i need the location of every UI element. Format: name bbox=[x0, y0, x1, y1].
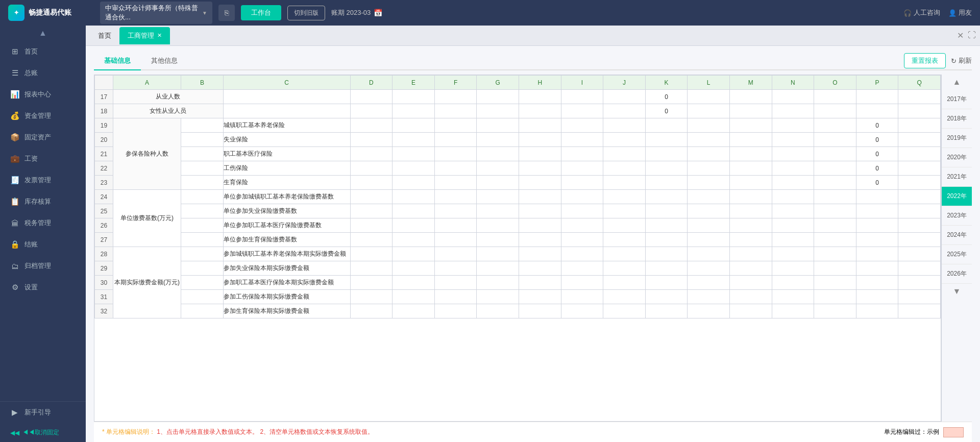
cell-32-j[interactable] bbox=[603, 304, 646, 318]
cell-27-n[interactable] bbox=[772, 233, 814, 247]
cell-27-h[interactable] bbox=[519, 233, 561, 247]
cell-23-m[interactable] bbox=[729, 176, 772, 190]
cell-19-k[interactable] bbox=[645, 118, 688, 133]
sidebar-item-close[interactable]: 🔒 结账 bbox=[0, 234, 86, 255]
cell-32-d[interactable] bbox=[350, 304, 393, 318]
cell-18-l[interactable] bbox=[688, 104, 730, 118]
cell-28-a[interactable]: 本期实际缴费金额(万元) bbox=[113, 247, 181, 318]
cell-26-g[interactable] bbox=[477, 218, 519, 233]
cell-24-a[interactable]: 单位缴费基数(万元) bbox=[113, 190, 181, 247]
cell-31-q[interactable] bbox=[898, 290, 941, 304]
cell-23-j[interactable] bbox=[603, 176, 646, 190]
cell-19-e[interactable] bbox=[393, 118, 435, 133]
cell-25-i[interactable] bbox=[561, 204, 603, 218]
cell-18-j[interactable] bbox=[603, 104, 646, 118]
cell-20-p[interactable]: 0 bbox=[856, 133, 898, 147]
workbench-button[interactable]: 工作台 bbox=[241, 5, 281, 20]
cell-24-q[interactable] bbox=[898, 190, 941, 204]
cell-21-d[interactable] bbox=[350, 147, 393, 161]
cell-19-l[interactable] bbox=[688, 118, 730, 133]
cell-27-q[interactable] bbox=[898, 233, 941, 247]
cell-32-n[interactable] bbox=[772, 304, 814, 318]
cell-20-g[interactable] bbox=[477, 133, 519, 147]
cell-26-o[interactable] bbox=[814, 218, 856, 233]
unpin-button[interactable]: ◀◀ ◀◀取消固定 bbox=[0, 423, 86, 442]
cell-26-i[interactable] bbox=[561, 218, 603, 233]
cell-26-j[interactable] bbox=[603, 218, 646, 233]
cell-31-i[interactable] bbox=[561, 290, 603, 304]
cell-30-o[interactable] bbox=[814, 276, 856, 290]
cell-17-q[interactable] bbox=[898, 90, 941, 104]
year-2023[interactable]: 2023年 bbox=[942, 206, 972, 226]
tab-close-icon[interactable]: ✕ bbox=[157, 32, 162, 39]
cell-28-h[interactable] bbox=[519, 247, 561, 261]
cell-20-e[interactable] bbox=[393, 133, 435, 147]
cell-32-c[interactable]: 参加生育保险本期实际缴费金额 bbox=[223, 304, 350, 318]
cell-17-g[interactable] bbox=[477, 90, 519, 104]
cell-30-b[interactable] bbox=[181, 276, 224, 290]
sidebar-item-guide[interactable]: ▶ 新手引导 bbox=[0, 402, 86, 423]
cell-19-p[interactable]: 0 bbox=[856, 118, 898, 133]
cell-25-e[interactable] bbox=[393, 204, 435, 218]
cell-22-o[interactable] bbox=[814, 161, 856, 176]
cell-30-p[interactable] bbox=[856, 276, 898, 290]
cell-19-b[interactable] bbox=[181, 118, 224, 133]
cell-27-g[interactable] bbox=[477, 233, 519, 247]
year-2019[interactable]: 2019年 bbox=[942, 129, 972, 148]
cell-17-o[interactable] bbox=[814, 90, 856, 104]
cell-29-e[interactable] bbox=[393, 261, 435, 276]
cell-20-i[interactable] bbox=[561, 133, 603, 147]
cell-22-p[interactable]: 0 bbox=[856, 161, 898, 176]
cell-32-g[interactable] bbox=[477, 304, 519, 318]
cell-28-k[interactable] bbox=[645, 247, 688, 261]
cell-32-i[interactable] bbox=[561, 304, 603, 318]
maximize-icon[interactable]: ⛶ bbox=[968, 31, 976, 40]
cell-24-c[interactable]: 单位参加城镇职工基本养老保险缴费基数 bbox=[223, 190, 350, 204]
cell-23-g[interactable] bbox=[477, 176, 519, 190]
cell-22-e[interactable] bbox=[393, 161, 435, 176]
cell-25-n[interactable] bbox=[772, 204, 814, 218]
cell-23-l[interactable] bbox=[688, 176, 730, 190]
cell-31-n[interactable] bbox=[772, 290, 814, 304]
cell-17-j[interactable] bbox=[603, 90, 646, 104]
cell-20-f[interactable] bbox=[434, 133, 477, 147]
cell-22-b[interactable] bbox=[181, 161, 224, 176]
cell-28-l[interactable] bbox=[688, 247, 730, 261]
cell-21-o[interactable] bbox=[814, 147, 856, 161]
cell-26-d[interactable] bbox=[350, 218, 393, 233]
cell-20-m[interactable] bbox=[729, 133, 772, 147]
cell-26-k[interactable] bbox=[645, 218, 688, 233]
cell-21-p[interactable]: 0 bbox=[856, 147, 898, 161]
cell-29-m[interactable] bbox=[729, 261, 772, 276]
cell-21-c[interactable]: 职工基本医疗保险 bbox=[223, 147, 350, 161]
cell-23-o[interactable] bbox=[814, 176, 856, 190]
sidebar-item-report[interactable]: 📊 报表中心 bbox=[0, 84, 86, 105]
cell-28-e[interactable] bbox=[393, 247, 435, 261]
cell-18-d[interactable] bbox=[350, 104, 393, 118]
cell-18-m[interactable] bbox=[729, 104, 772, 118]
cell-28-q[interactable] bbox=[898, 247, 941, 261]
cell-22-i[interactable] bbox=[561, 161, 603, 176]
sidebar-scroll-up[interactable]: ▲ bbox=[0, 26, 86, 41]
cell-30-i[interactable] bbox=[561, 276, 603, 290]
cell-27-l[interactable] bbox=[688, 233, 730, 247]
user-menu[interactable]: 👤 用友 bbox=[948, 8, 972, 17]
cell-23-p[interactable]: 0 bbox=[856, 176, 898, 190]
sub-tab-other[interactable]: 其他信息 bbox=[141, 52, 188, 70]
cell-29-k[interactable] bbox=[645, 261, 688, 276]
cell-21-j[interactable] bbox=[603, 147, 646, 161]
cell-28-d[interactable] bbox=[350, 247, 393, 261]
cell-19-m[interactable] bbox=[729, 118, 772, 133]
year-2021[interactable]: 2021年 bbox=[942, 167, 972, 187]
cell-18-c[interactable] bbox=[223, 104, 350, 118]
cell-29-d[interactable] bbox=[350, 261, 393, 276]
cell-18-h[interactable] bbox=[519, 104, 561, 118]
cell-26-e[interactable] bbox=[393, 218, 435, 233]
sidebar-item-settings[interactable]: ⚙ 设置 bbox=[0, 277, 86, 298]
cell-26-q[interactable] bbox=[898, 218, 941, 233]
cell-32-k[interactable] bbox=[645, 304, 688, 318]
cell-31-k[interactable] bbox=[645, 290, 688, 304]
cell-20-l[interactable] bbox=[688, 133, 730, 147]
cell-32-q[interactable] bbox=[898, 304, 941, 318]
cell-19-h[interactable] bbox=[519, 118, 561, 133]
